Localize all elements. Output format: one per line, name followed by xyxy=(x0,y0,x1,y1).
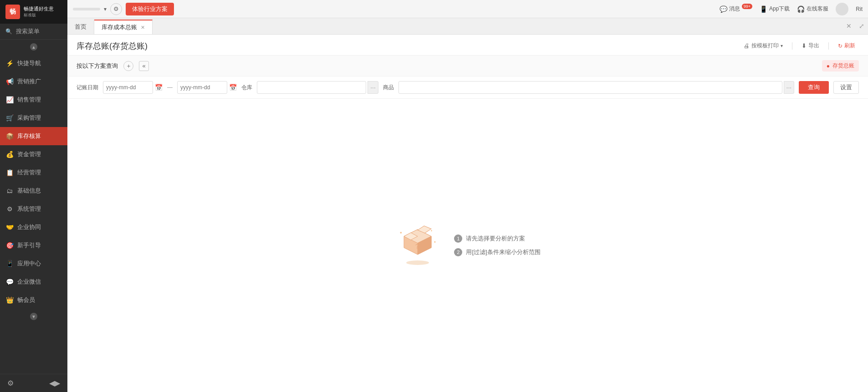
page-title: 库存总账(存货总账) xyxy=(77,41,148,51)
date-start-input-group: 📅 xyxy=(103,81,163,94)
sidebar-item-quick-nav[interactable]: ⚡ 快捷导航 xyxy=(0,54,67,72)
tab-inventory-ledger[interactable]: 库存成本总账 ✕ xyxy=(94,20,153,34)
warehouse-label: 仓库 xyxy=(241,84,252,92)
top-header: ▾ ⚙ 体验行业方案 💬 消息 99+ 📱 App下载 🎧 在线客服 Rit xyxy=(67,0,868,18)
sidebar: 畅 畅捷通好生意 标准版 🔍 搜索菜单 ▲ ⚡ 快捷导航 📢 营销推广 📈 销售… xyxy=(0,0,67,392)
sidebar-item-label: 经营管理 xyxy=(17,168,41,177)
calendar-end-icon[interactable]: 📅 xyxy=(229,84,237,91)
product-input[interactable] xyxy=(398,81,782,94)
date-start-input[interactable] xyxy=(103,81,153,94)
query-row: 记账日期 📅 — 📅 仓库 ··· 商品 ··· 查询 设置 xyxy=(67,76,868,99)
sidebar-item-finance[interactable]: 💰 资金管理 xyxy=(0,145,67,163)
tab-inventory-label: 库存成本总账 xyxy=(102,23,137,31)
empty-content: ? ✦ ✦ ✦ 1 请先选择要分析的方案 2 用[过滤]条件来缩小分析范围 xyxy=(395,223,540,268)
sidebar-item-label: 企业微信 xyxy=(17,278,41,286)
product-more-icon[interactable]: ··· xyxy=(784,81,794,94)
sidebar-footer: ⚙ ◀▶ xyxy=(0,374,67,392)
sales-icon: 📈 xyxy=(5,96,14,104)
collapse-icon[interactable]: ◀▶ xyxy=(49,379,60,387)
sidebar-item-inventory[interactable]: 📦 库存核算 xyxy=(0,127,67,145)
sidebar-item-marketing[interactable]: 📢 营销推广 xyxy=(0,72,67,91)
saved-scheme-label: 存货总账 xyxy=(832,62,854,70)
saved-scheme-icon: ● xyxy=(827,63,830,69)
industry-btn[interactable]: 体验行业方案 xyxy=(126,3,174,15)
sidebar-item-label: 系统管理 xyxy=(17,205,41,213)
query-btn[interactable]: 查询 xyxy=(799,81,829,94)
export-btn[interactable]: ⬇ 导出 xyxy=(798,40,823,51)
filter-add-btn[interactable]: ＋ xyxy=(123,61,133,71)
date-end-input-group: 📅 xyxy=(177,81,237,94)
message-action[interactable]: 💬 消息 99+ xyxy=(720,5,752,13)
message-badge: 99+ xyxy=(742,4,752,9)
saved-scheme[interactable]: ● 存货总账 xyxy=(822,60,859,71)
sidebar-item-system[interactable]: ⚙ 系统管理 xyxy=(0,200,67,218)
sidebar-search[interactable]: 🔍 搜索菜单 xyxy=(0,24,67,40)
sidebar-item-label: 基础信息 xyxy=(17,187,41,195)
refresh-btn[interactable]: ↻ 刷新 xyxy=(834,40,859,51)
online-service-action[interactable]: 🎧 在线客服 xyxy=(797,5,828,13)
refresh-label: 刷新 xyxy=(844,42,855,50)
tab-close-icon[interactable]: ✕ xyxy=(141,25,145,31)
sidebar-item-sales[interactable]: 📈 销售管理 xyxy=(0,91,67,109)
sidebar-item-operation[interactable]: 📋 经营管理 xyxy=(0,163,67,182)
sidebar-item-label: 销售管理 xyxy=(17,96,41,104)
app-download-label: App下载 xyxy=(769,5,790,13)
print-dropdown-icon[interactable]: ▾ xyxy=(781,43,783,48)
product-select-group: ··· xyxy=(398,81,794,94)
sidebar-item-label: 企业协同 xyxy=(17,223,41,231)
sidebar-scroll: ▲ ⚡ 快捷导航 📢 营销推广 📈 销售管理 🛒 采购管理 📦 库存核算 💰 资… xyxy=(0,40,67,374)
calendar-start-icon[interactable]: 📅 xyxy=(155,84,163,91)
warehouse-more-icon[interactable]: ··· xyxy=(368,81,378,94)
user-display xyxy=(73,8,100,10)
date-end-input[interactable] xyxy=(177,81,227,94)
filter-close-btn[interactable]: « xyxy=(139,61,149,71)
dropdown-arrow[interactable]: ▾ xyxy=(104,6,107,12)
sidebar-item-label: 应用中心 xyxy=(17,260,41,268)
sidebar-item-member[interactable]: 👑 畅会员 xyxy=(0,291,67,309)
tab-panel-close[interactable]: ✕ xyxy=(842,18,855,34)
settings-icon[interactable]: ⚙ xyxy=(7,379,14,387)
empty-illustration: ? ✦ ✦ ✦ xyxy=(395,223,440,268)
search-icon: 🔍 xyxy=(5,28,12,35)
tip-text-1: 请先选择要分析的方案 xyxy=(466,234,525,243)
sidebar-search-label: 搜索菜单 xyxy=(16,27,40,36)
tab-home[interactable]: 首页 xyxy=(67,20,94,34)
sidebar-item-corp[interactable]: 🤝 企业协同 xyxy=(0,218,67,236)
filter-area: 按以下方案查询 ＋ « ● 存货总账 xyxy=(67,56,868,76)
gear-icon: ⚙ xyxy=(113,5,119,12)
logo-text: 畅捷通好生意 标准版 xyxy=(24,5,54,18)
sidebar-item-guide[interactable]: 🎯 新手引导 xyxy=(0,236,67,255)
app-download-action[interactable]: 📱 App下载 xyxy=(760,5,790,13)
sidebar-item-label: 畅会员 xyxy=(17,296,35,304)
scroll-up-btn[interactable]: ▲ xyxy=(30,43,37,51)
tab-home-label: 首页 xyxy=(75,23,87,31)
tip-num-1: 1 xyxy=(454,234,462,243)
tab-close-area: ✕ ⤢ xyxy=(842,18,868,34)
user-avatar[interactable] xyxy=(836,3,848,15)
settings-btn[interactable]: 设置 xyxy=(833,81,859,94)
export-label: 导出 xyxy=(808,42,819,50)
headset-icon: 🎧 xyxy=(797,5,805,13)
message-icon: 💬 xyxy=(720,5,727,13)
marketing-icon: 📢 xyxy=(5,77,14,86)
sidebar-item-basic[interactable]: 🗂 基础信息 xyxy=(0,182,67,200)
svg-point-6 xyxy=(406,260,429,265)
empty-tip-2: 2 用[过滤]条件来缩小分析范围 xyxy=(454,248,540,256)
print-btn[interactable]: 🖨 按模板打印 ▾ xyxy=(740,40,786,51)
sidebar-item-purchase[interactable]: 🛒 采购管理 xyxy=(0,109,67,127)
content-area: 库存总账(存货总账) 🖨 按模板打印 ▾ ⬇ 导出 ↻ 刷新 xyxy=(67,35,868,392)
logo-icon: 畅 xyxy=(5,5,20,19)
scroll-down-btn[interactable]: ▼ xyxy=(30,313,37,320)
print-label: 按模板打印 xyxy=(751,42,779,50)
sidebar-item-label: 资金管理 xyxy=(17,150,41,158)
tab-bar: 首页 库存成本总账 ✕ ✕ ⤢ xyxy=(67,18,868,35)
sidebar-item-wechat[interactable]: 💬 企业微信 xyxy=(0,273,67,291)
warehouse-input[interactable] xyxy=(257,81,366,94)
settings-button[interactable]: ⚙ xyxy=(110,3,122,15)
page-header: 库存总账(存货总账) 🖨 按模板打印 ▾ ⬇ 导出 ↻ 刷新 xyxy=(67,35,868,56)
sidebar-item-label: 快捷导航 xyxy=(17,59,41,67)
sidebar-item-app[interactable]: 📱 应用中心 xyxy=(0,255,67,273)
tab-panel-resize[interactable]: ⤢ xyxy=(855,18,868,34)
finance-icon: 💰 xyxy=(5,150,14,158)
top-header-left: ▾ ⚙ 体验行业方案 xyxy=(73,3,174,15)
